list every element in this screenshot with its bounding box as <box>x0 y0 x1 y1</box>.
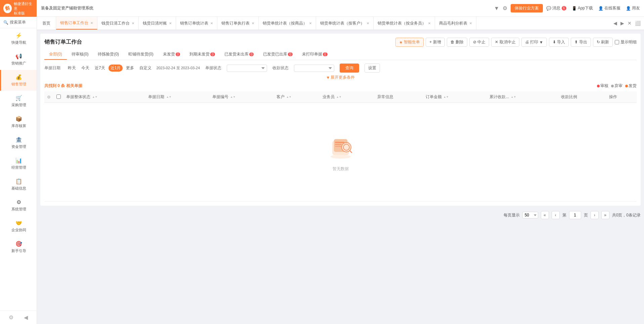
import-btn[interactable]: ⬇ 导入 <box>549 38 569 47</box>
tab-cash-daily[interactable]: 钱货日清工作台 ✕ <box>97 17 139 30</box>
date-opt-more[interactable]: 更多 <box>124 65 136 72</box>
sidebar-item-enterprise[interactable]: 🤝 企业协同 <box>0 216 37 237</box>
cancel-stop-btn[interactable]: ✕ 取消中止 <box>491 38 519 47</box>
add-btn[interactable]: + 新增 <box>426 38 444 47</box>
print-dropdown-icon[interactable]: ▼ <box>539 40 543 45</box>
tab-close-summary-customer[interactable]: ✕ <box>367 22 369 25</box>
tab-home[interactable]: 首页 <box>37 17 56 30</box>
reset-btn[interactable]: 设置 <box>364 64 380 73</box>
sidebar-item-operations[interactable]: 📊 经营管理 <box>0 153 37 174</box>
smart-create-btn[interactable]: ★ 智能生单 <box>395 38 424 47</box>
sort-received-icon[interactable]: ▲▼ <box>511 95 516 98</box>
topbar-settings-btn[interactable]: ▼ <box>494 5 499 11</box>
sort-date-icon[interactable]: ▲▼ <box>166 95 172 98</box>
tab-gross-margin[interactable]: 商品毛利分析表 ✕ <box>435 17 476 30</box>
sort-amount-icon[interactable]: ▲▼ <box>443 95 449 98</box>
sidebar-item-system[interactable]: ⚙ 系统管理 <box>0 195 37 216</box>
subtab-shipped-not-out[interactable]: 已发货未出库0 <box>220 49 259 60</box>
tab-close-gross-margin[interactable]: ✕ <box>469 22 472 25</box>
tab-sales-summary-product[interactable]: 销货单统计表（按商品） ✕ <box>259 17 316 30</box>
col-checkbox[interactable] <box>53 91 63 103</box>
col-date[interactable]: 单据日期 ▲▼ <box>145 91 210 103</box>
first-page-btn[interactable]: « <box>541 211 549 219</box>
tab-close-sales-stats[interactable]: ✕ <box>210 22 213 25</box>
tab-sales-stats[interactable]: 销售订单统计表 ✕ <box>176 17 217 30</box>
subtab-not-printed[interactable]: 未打印单据0 <box>297 49 332 60</box>
show-detail-checkbox[interactable] <box>615 40 619 44</box>
sidebar-search[interactable]: 🔍 搜索菜单 <box>0 17 37 28</box>
show-detail-label[interactable]: 显示明细 <box>615 39 637 45</box>
sidebar-item-basic-info[interactable]: 📋 基础信息 <box>0 174 37 195</box>
col-gear[interactable]: ⚙ <box>44 91 53 103</box>
date-opt-custom[interactable]: 自定义 <box>137 65 154 72</box>
tab-close-summary-staff[interactable]: ✕ <box>428 22 431 25</box>
tab-close-all-btn[interactable]: ✕ <box>626 20 633 27</box>
subtab-wangpu[interactable]: 旺铺待发货(0) <box>124 49 158 60</box>
collapse-sidebar-btn[interactable]: ◀ <box>24 314 28 321</box>
date-opt-7days[interactable]: 近7天 <box>93 65 107 72</box>
date-opt-1month[interactable]: 近1月 <box>109 65 123 72</box>
app-download-btn[interactable]: 📱 App下载 <box>572 5 593 11</box>
prev-page-btn[interactable]: ‹ <box>552 211 560 219</box>
tab-sales-exec[interactable]: 销售订单执行表 ✕ <box>217 17 259 30</box>
tab-prev-btn[interactable]: ◀ <box>612 20 618 27</box>
page-size-select[interactable]: 10 20 50 100 <box>522 212 538 218</box>
tab-cash-reconcile[interactable]: 钱货日清对账 ✕ <box>139 17 176 30</box>
delete-btn[interactable]: 🗑 删除 <box>447 38 467 47</box>
sidebar-item-purchase[interactable]: 🛒 采购管理 <box>0 91 37 112</box>
industry-btn[interactable]: 体验行业方案 <box>511 4 543 12</box>
sidebar-item-sales[interactable]: 💰 销售管理 <box>0 70 37 91</box>
sort-staff-icon[interactable]: ▲▼ <box>336 95 342 98</box>
sidebar-item-inventory[interactable]: 📦 库存核算 <box>0 112 37 132</box>
tab-next-btn[interactable]: ▶ <box>619 20 626 27</box>
subtab-expired-not-shipped[interactable]: 到期未发货0 <box>185 49 220 60</box>
tab-sales-summary-customer[interactable]: 销货单统计表（按客户） ✕ <box>316 17 374 30</box>
date-opt-yesterday[interactable]: 昨天 <box>66 65 78 72</box>
tab-restore-btn[interactable]: ⬜ <box>634 20 642 27</box>
tab-sales-order-workbench[interactable]: 销售订单工作台 ✕ <box>56 17 97 30</box>
next-page-btn[interactable]: › <box>591 211 599 219</box>
sort-number-icon[interactable]: ▲▼ <box>230 95 235 98</box>
print-btn[interactable]: 🖨 打印 ▼ <box>521 38 547 47</box>
col-customer[interactable]: 客户 ▲▼ <box>274 91 320 103</box>
tab-close-cash-reconcile[interactable]: ✕ <box>169 22 172 25</box>
topbar-gear-icon[interactable]: ⚙ <box>503 5 507 11</box>
last-page-btn[interactable]: » <box>601 211 609 219</box>
sidebar-item-quick-nav[interactable]: ⚡ 快捷导航 <box>0 28 37 49</box>
expand-more-filters-btn[interactable]: ▼ 展开更多条件 <box>326 75 355 80</box>
col-amount[interactable]: 订单金额 ▲▼ <box>423 91 487 103</box>
online-service-btn[interactable]: 👤 在线客服 <box>598 5 620 11</box>
tab-sales-summary-staff[interactable]: 销货单统计表（按业务员） ✕ <box>374 17 435 30</box>
user-menu-btn[interactable]: 👤 用友 <box>626 5 640 11</box>
unreviewed-action-btn[interactable]: 弃审 <box>611 83 622 89</box>
select-all-checkbox[interactable] <box>56 94 61 99</box>
export-btn[interactable]: ⬆ 导出 <box>571 38 591 47</box>
date-opt-today[interactable]: 今天 <box>79 65 91 72</box>
settings-bottom-icon[interactable]: ⚙ <box>9 314 13 321</box>
payment-filter-select[interactable] <box>294 65 334 72</box>
sidebar-item-guide[interactable]: 🎯 新手引导 <box>0 237 37 257</box>
stop-btn[interactable]: ⊘ 中止 <box>469 38 489 47</box>
refresh-btn[interactable]: ↻ 刷新 <box>593 38 613 47</box>
page-input[interactable] <box>569 211 581 219</box>
search-btn[interactable]: 查询 <box>340 64 359 73</box>
tab-close-cash-daily[interactable]: ✕ <box>132 22 134 25</box>
col-received[interactable]: 累计收款... ▲▼ <box>487 91 558 103</box>
col-status[interactable]: 单据整体状态 ▲▼ <box>63 91 145 103</box>
tab-close-summary-product[interactable]: ✕ <box>309 22 312 25</box>
sidebar-item-finance[interactable]: 🏦 资金管理 <box>0 132 37 153</box>
subtab-not-shipped[interactable]: 未发货0 <box>158 49 185 60</box>
ship-action-btn[interactable]: 发货 <box>625 83 637 89</box>
col-staff[interactable]: 业务员 ▲▼ <box>320 91 375 103</box>
message-btn[interactable]: 💬 消息 6 <box>546 5 566 11</box>
subtab-shipped-out[interactable]: 已发货已出库0 <box>258 49 297 60</box>
status-filter-select[interactable] <box>227 65 267 72</box>
subtab-all[interactable]: 全部(0) <box>44 49 67 60</box>
subtab-pending-review[interactable]: 待审核(0) <box>67 49 93 60</box>
sidebar-item-marketing[interactable]: 📢 营销推广 <box>0 49 37 70</box>
review-action-btn[interactable]: 审核 <box>597 83 608 89</box>
sort-customer-icon[interactable]: ▲▼ <box>286 95 292 98</box>
sort-status-icon[interactable]: ▲▼ <box>92 95 97 98</box>
col-number[interactable]: 单据编号 ▲▼ <box>210 91 274 103</box>
tab-close-sales-exec[interactable]: ✕ <box>252 22 254 25</box>
